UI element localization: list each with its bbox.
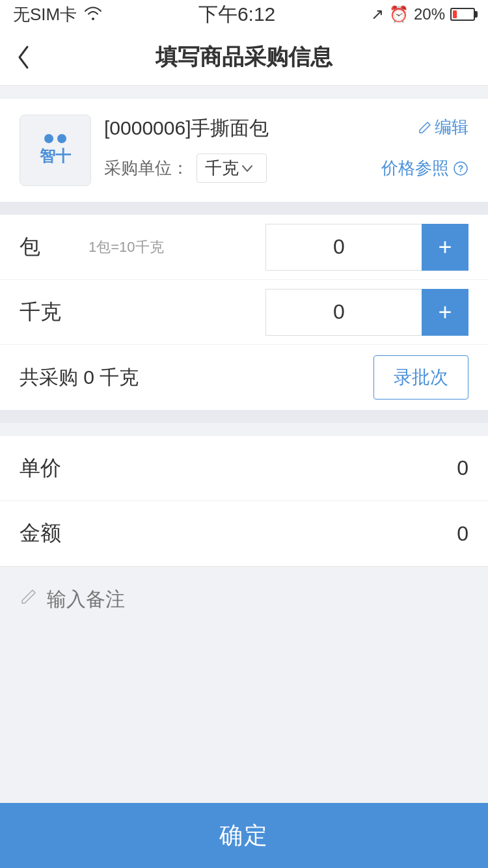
amount-row: 金额 0 [0, 501, 488, 566]
product-name: [0000006]手撕面包 [104, 115, 269, 142]
logo-text: 智十 [40, 146, 71, 167]
location-icon: ↗ [371, 5, 384, 23]
confirm-button[interactable]: 确定 [0, 803, 488, 868]
svg-text:?: ? [458, 163, 464, 174]
remark-section [0, 566, 488, 631]
unit-label: 采购单位： [104, 157, 189, 180]
wifi-icon [83, 5, 103, 25]
battery-icon [450, 8, 475, 21]
unit-select[interactable]: 千克 [197, 154, 267, 183]
bag-plus-button[interactable]: + [422, 224, 468, 271]
back-button[interactable] [16, 44, 31, 70]
status-right: ↗ ⏰ 20% [371, 5, 475, 23]
bag-sublabel: 1包=10千克 [88, 237, 265, 257]
price-section: 单价 0 金额 0 [0, 436, 488, 566]
kg-input[interactable] [265, 289, 422, 336]
bag-input-row: 包 1包=10千克 + [0, 215, 488, 280]
product-image: 智十 [20, 115, 91, 186]
status-time: 下午6:12 [198, 1, 275, 28]
kg-plus-button[interactable]: + [422, 289, 468, 336]
bottom-space [0, 631, 488, 826]
page-title: 填写商品采购信息 [156, 42, 332, 72]
battery-percent: 20% [414, 5, 445, 23]
owl-logo: 智十 [40, 134, 71, 167]
input-section: 包 1包=10千克 + 千克 + [0, 215, 488, 345]
bag-label: 包 [20, 233, 85, 262]
status-left: 无SIM卡 [13, 3, 103, 26]
summary-text: 共采购 0 千克 [20, 364, 373, 391]
divider-1 [0, 202, 488, 215]
bag-control: + [265, 224, 468, 271]
unit-price-row: 单价 0 [0, 436, 488, 501]
carrier-text: 无SIM卡 [13, 3, 77, 26]
amount-label: 金额 [20, 519, 457, 548]
status-bar: 无SIM卡 下午6:12 ↗ ⏰ 20% [0, 0, 488, 29]
product-card: 智十 [0000006]手撕面包 编辑 采购单位： 千克 价格参照 [0, 99, 488, 202]
divider-2 [0, 410, 488, 423]
edit-button[interactable]: 编辑 [418, 116, 468, 139]
bag-input[interactable] [265, 224, 422, 271]
summary-row: 共采购 0 千克 录批次 [0, 345, 488, 410]
alarm-icon: ⏰ [389, 5, 409, 23]
product-unit-row: 采购单位： 千克 价格参照 ? [104, 154, 468, 183]
price-ref-button[interactable]: 价格参照 ? [381, 157, 468, 180]
kg-control: + [265, 289, 468, 336]
unit-value: 千克 [205, 157, 239, 180]
record-batch-button[interactable]: 录批次 [373, 355, 468, 400]
kg-label: 千克 [20, 298, 85, 327]
amount-value: 0 [457, 522, 468, 546]
pencil-icon [20, 588, 38, 610]
nav-bar: 填写商品采购信息 [0, 29, 488, 86]
unit-price-value: 0 [457, 456, 468, 480]
product-info: [0000006]手撕面包 编辑 采购单位： 千克 价格参照 ? [104, 115, 468, 183]
unit-price-label: 单价 [20, 454, 457, 483]
remark-input[interactable] [47, 588, 468, 610]
kg-input-row: 千克 + [0, 280, 488, 345]
